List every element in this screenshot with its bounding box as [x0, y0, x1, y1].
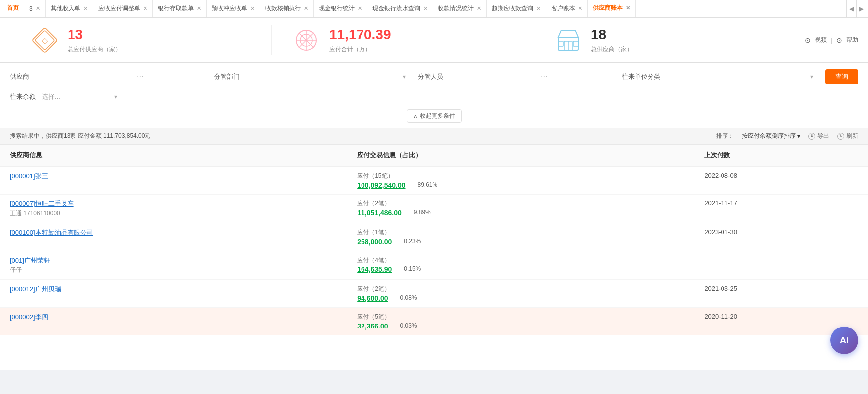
nav-tab-home-label: 首页: [7, 4, 19, 12]
tx-amount[interactable]: 11,051,486.00: [357, 209, 402, 217]
refresh-button[interactable]: ↻ 刷新: [837, 132, 858, 140]
filter-row-1: 供应商 ··· 分管部门 ▾ 分管人员 ··· 往来单位分类 ▾ 查询: [10, 69, 858, 84]
ai-assistant-button[interactable]: Ai: [830, 327, 858, 354]
close-icon[interactable]: ✕: [143, 5, 147, 12]
close-icon[interactable]: ✕: [304, 5, 308, 12]
filter-supplier-label: 供应商: [10, 72, 29, 81]
chevron-down-icon: ▾: [403, 73, 406, 80]
nav-tab-cash-bank-flow-label: 现金银行流水查询: [372, 4, 420, 13]
nav-tab-collect-exec[interactable]: 收款核销执行 ✕: [260, 0, 314, 18]
video-link[interactable]: 视频: [815, 36, 827, 44]
last-payment-cell: 2023-01-30: [694, 223, 868, 251]
nav-tab-customer-account[interactable]: 客户账本 ✕: [546, 0, 588, 18]
tx-amount[interactable]: 32,366.00: [357, 322, 388, 330]
table-row: [000001]张三应付（15笔）100,092,540.0089.61%202…: [0, 166, 868, 195]
supplier-input[interactable]: [33, 69, 133, 84]
dept-select[interactable]: ▾: [244, 69, 408, 84]
supplier-link[interactable]: [000012]广州贝瑞: [10, 285, 61, 293]
nav-tab-ap-adjust[interactable]: 应收应付调整单 ✕: [93, 0, 153, 18]
supplier-link[interactable]: [000001]张三: [10, 172, 48, 180]
nav-arrow-right[interactable]: ▶: [856, 0, 866, 18]
filter-balance: 往来余额 选择... ▾: [10, 89, 149, 104]
tx-label: 应付（2笔）: [357, 199, 390, 208]
stat-ap-amount-value: 11,170.39: [329, 26, 391, 43]
supplier-sub-info: 仔仔: [10, 266, 337, 274]
person-ellipsis-icon[interactable]: ···: [541, 72, 547, 81]
tx-amount[interactable]: 94,600.00: [357, 294, 388, 302]
supplier-link[interactable]: [000007]恒旺二手叉车: [10, 200, 74, 207]
svg-rect-12: [573, 41, 578, 46]
stat-total-ap-suppliers: ◇ 13 总应付供应商（家）: [10, 25, 272, 55]
tx-info-cell: 应付（1笔）258,000.000.23%: [347, 223, 694, 251]
filter-balance-label: 往来余额: [10, 92, 36, 101]
nav-tab-home[interactable]: 首页: [2, 0, 24, 18]
person-input[interactable]: [447, 69, 537, 84]
close-icon[interactable]: ✕: [358, 5, 362, 12]
nav-tab-prepay-offset[interactable]: 预收冲应收单 ✕: [207, 0, 260, 18]
close-icon[interactable]: ✕: [250, 5, 255, 12]
tx-percent: 0.03%: [400, 322, 417, 329]
stats-bar: ◇ 13 总应付供应商（家） 11,170.39 应付合计（万）: [0, 18, 868, 63]
nav-tab-other-income[interactable]: 其他收入单 ✕: [46, 0, 93, 18]
nav-tab-ap-adjust-label: 应收应付调整单: [98, 4, 140, 13]
close-icon[interactable]: ✕: [578, 5, 582, 12]
supplier-info-cell: [000007]恒旺二手叉车王通 17106110000: [0, 195, 347, 223]
export-button[interactable]: ⬇ 导出: [808, 132, 829, 140]
collapse-label: 收起更多条件: [420, 112, 455, 120]
table-row: [000012]广州贝瑞应付（2笔）94,600.000.08%2021-03-…: [0, 280, 868, 308]
sort-select[interactable]: 按应付余额倒序排序 ▾: [742, 132, 800, 140]
supplier-info-cell: [000100]本特勤油品有限公司: [0, 223, 347, 251]
nav-arrows: ◀ ▶: [846, 0, 866, 18]
nav-tab-overdue-query-label: 超期应收款查询: [492, 4, 533, 13]
supplier-ellipsis-icon[interactable]: ···: [137, 72, 143, 81]
close-icon[interactable]: ✕: [423, 5, 428, 12]
close-icon[interactable]: ✕: [197, 5, 201, 12]
supplier-link[interactable]: [001]广州荣轩: [10, 257, 50, 264]
filter-person: 分管人员 ···: [418, 69, 612, 84]
close-icon[interactable]: ✕: [626, 5, 630, 11]
nav-tab-cash-bank-flow[interactable]: 现金银行流水查询 ✕: [367, 0, 433, 18]
result-actions: 排序： 按应付余额倒序排序 ▾ ⬇ 导出 ↻ 刷新: [716, 132, 858, 140]
close-icon[interactable]: ✕: [83, 5, 88, 12]
nav-tab-other-income-label: 其他收入单: [51, 4, 80, 13]
tx-info-cell: 应付（2笔）11,051,486.009.89%: [347, 195, 694, 223]
nav-tab-bank-deposit[interactable]: 银行存取款单 ✕: [153, 0, 207, 18]
nav-tab-overdue-query[interactable]: 超期应收款查询 ✕: [487, 0, 546, 18]
close-icon[interactable]: ✕: [536, 5, 541, 12]
nav-tab-collect-stat-label: 收款情况统计: [438, 4, 474, 13]
last-payment-date: 2023-01-30: [704, 228, 737, 236]
tx-info-cell: 应付（4笔）164,635.900.15%: [347, 251, 694, 280]
stat-total-suppliers: 18 总供应商（家）: [533, 25, 795, 55]
stat-total-ap-amount: 11,170.39 应付合计（万）: [272, 25, 533, 55]
result-bar: 搜索结果中，供应商13家 应付金额 111,703,854.00元 排序： 按应…: [0, 128, 868, 145]
tx-info-cell: 应付（5笔）32,366.000.03%: [347, 308, 694, 335]
supplier-link[interactable]: [000002]李四: [10, 313, 48, 321]
nav-tab-3[interactable]: 3 ✕: [24, 0, 46, 18]
diamond-icon: ◇: [30, 25, 60, 55]
help-link[interactable]: 帮助: [846, 36, 858, 44]
tx-amount[interactable]: 258,000.00: [357, 238, 392, 246]
top-navigation: 首页 3 ✕ 其他收入单 ✕ 应收应付调整单 ✕ 银行存取款单 ✕ 预收冲应收单…: [0, 0, 868, 18]
last-payment-date: 2021-03-25: [704, 285, 737, 292]
close-icon[interactable]: ✕: [36, 5, 40, 12]
last-payment-date: 2021-11-17: [704, 199, 737, 207]
sort-value: 按应付余额倒序排序: [742, 132, 796, 140]
supplier-link[interactable]: [000100]本特勤油品有限公司: [10, 229, 93, 236]
query-button[interactable]: 查询: [825, 69, 858, 84]
refresh-label: 刷新: [846, 132, 858, 140]
nav-tab-supplier-account[interactable]: 供应商账本 ✕: [588, 0, 636, 18]
category-select[interactable]: ▾: [664, 69, 816, 84]
tx-info-cell: 应付（15笔）100,092,540.0089.61%: [347, 166, 694, 195]
tx-amount[interactable]: 100,092,540.00: [357, 181, 405, 189]
export-label: 导出: [817, 132, 829, 140]
collapse-button[interactable]: ∧ 收起更多条件: [407, 109, 462, 123]
nav-tab-collect-stat[interactable]: 收款情况统计 ✕: [433, 0, 487, 18]
rice-icon: [291, 25, 321, 55]
nav-arrow-left[interactable]: ◀: [846, 0, 856, 18]
svg-rect-11: [558, 41, 563, 46]
chevron-up-icon: ∧: [413, 113, 418, 120]
tx-amount[interactable]: 164,635.90: [357, 265, 392, 273]
close-icon[interactable]: ✕: [477, 5, 481, 12]
balance-select[interactable]: 选择... ▾: [40, 89, 119, 104]
nav-tab-cash-bank-stat[interactable]: 现金银行统计 ✕: [314, 0, 367, 18]
